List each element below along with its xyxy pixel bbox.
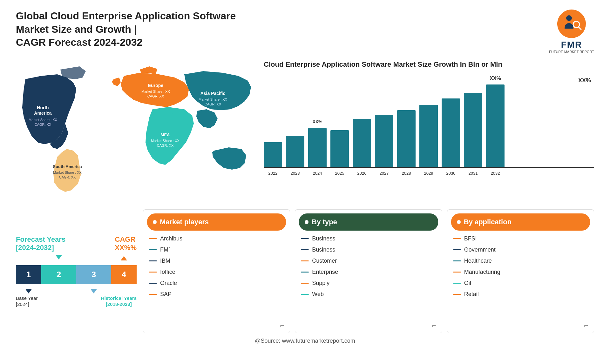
logo-fmr-text: FMR: [561, 40, 582, 50]
svg-text:CAGR: XX: CAGR: XX: [35, 123, 51, 126]
by-type-title: By type: [312, 218, 337, 226]
by-type-footer: ⌐: [295, 320, 442, 333]
list-item: Government: [453, 246, 588, 253]
svg-point-1: [566, 15, 572, 21]
step-2: 2: [41, 265, 76, 284]
svg-text:Europe: Europe: [148, 83, 163, 88]
by-application-items: BFSIGovernmentHealthcareManufacturingOil…: [447, 231, 594, 320]
map-section: North America Market Share : XX CAGR: XX…: [16, 60, 254, 203]
more-icon: ⌐: [280, 321, 284, 330]
by-application-dot: [457, 220, 461, 224]
bar-label-2029: 2029: [419, 171, 438, 176]
svg-text:Market Share : XX: Market Share : XX: [151, 139, 180, 143]
list-item: SAP: [149, 291, 284, 298]
bar-label-2030: 2030: [442, 171, 460, 176]
bar-2023: [286, 136, 304, 167]
svg-text:Asia Pacific: Asia Pacific: [200, 91, 226, 96]
svg-text:America: America: [34, 111, 51, 116]
list-item: BFSI: [453, 235, 588, 242]
by-application-header: By application: [451, 213, 590, 231]
svg-text:Market Share : XX: Market Share : XX: [29, 118, 58, 122]
by-type-items: BusinessBusinessCustomerEnterpriseSupply…: [295, 231, 442, 320]
svg-text:South America: South America: [53, 164, 82, 169]
bar-label-2025: 2025: [330, 171, 349, 176]
bar-2025: [330, 130, 349, 167]
years-labels: Base Year [2024] Historical Years [2018-…: [16, 295, 137, 307]
chart-section: Cloud Enterprise Application Software Ma…: [264, 60, 594, 203]
step-arrows-bottom: [16, 289, 137, 293]
by-type-header: By type: [299, 213, 438, 231]
forecast-years: [2024-2032]: [16, 244, 65, 252]
chart-xx-percent: XX%: [578, 77, 591, 84]
step-1: 1: [16, 265, 41, 284]
bar-label-2022: 2022: [264, 171, 282, 176]
bar-label-2028: 2028: [397, 171, 416, 176]
base-year-label: Base Year [2024]: [16, 295, 37, 307]
list-item: FM`: [149, 246, 284, 253]
years-panel: Forecast Years [2024-2032] CAGR XX%%: [16, 209, 137, 333]
svg-text:Market Share : XX: Market Share : XX: [199, 98, 227, 101]
list-item: Enterprise: [301, 269, 436, 275]
list-item: Manufacturing: [453, 269, 588, 275]
market-players-header: Market players: [147, 213, 286, 231]
bar-label-2027: 2027: [375, 171, 393, 176]
list-item: Archibus: [149, 235, 284, 242]
svg-text:CAGR: XX: CAGR: XX: [147, 94, 164, 98]
list-item: Ioffice: [149, 269, 284, 275]
list-item: Retail: [453, 291, 588, 298]
bar-2022: [264, 142, 282, 167]
page-header: Global Cloud Enterprise Application Soft…: [16, 10, 594, 54]
step-3: 3: [76, 265, 111, 284]
step-4: 4: [111, 265, 137, 284]
content-bottom: Forecast Years [2024-2032] CAGR XX%%: [16, 209, 594, 333]
content-top: North America Market Share : XX CAGR: XX…: [16, 60, 594, 203]
bar-2024: XX%: [308, 128, 327, 167]
info-panels: Market players ArchibusFM`IBMIofficeOrac…: [143, 209, 594, 333]
market-players-items: ArchibusFM`IBMIofficeOracleSAP: [143, 231, 290, 320]
svg-point-0: [559, 11, 584, 37]
historical-label: Historical Years [2018-2023]: [101, 295, 137, 307]
cagr-value: XX%%: [115, 244, 137, 252]
bar-2027: [375, 115, 393, 167]
svg-text:Market Share : XX: Market Share : XX: [53, 171, 82, 174]
forecast-label: Forecast Years: [16, 235, 65, 244]
step-arrows-top: [16, 255, 137, 260]
list-item: Healthcare: [453, 258, 588, 264]
bar-2026: [353, 119, 371, 167]
bar-2028: [397, 110, 416, 167]
svg-text:Market Share : XX: Market Share : XX: [141, 90, 170, 93]
steps-row: 1 2 3 4: [16, 265, 137, 284]
list-item: Business: [301, 235, 436, 242]
by-application-panel: By application BFSIGovernmentHealthcareM…: [447, 209, 594, 333]
list-item: Customer: [301, 258, 436, 264]
by-type-panel: By type BusinessBusinessCustomerEnterpri…: [295, 209, 442, 333]
list-item: Web: [301, 291, 436, 298]
market-players-dot: [153, 220, 157, 224]
logo-subtitle: FUTURE MARKET REPORT: [549, 50, 594, 54]
svg-text:CAGR: XX: CAGR: XX: [59, 175, 76, 179]
list-item: Oil: [453, 280, 588, 286]
svg-text:CAGR: XX: CAGR: XX: [205, 102, 221, 106]
list-item: Business: [301, 246, 436, 253]
svg-text:MEA: MEA: [161, 132, 170, 137]
bar-2029: [419, 105, 438, 167]
forecast-row: Forecast Years [2024-2032] CAGR XX%%: [16, 235, 137, 252]
market-players-title: Market players: [160, 218, 209, 226]
more-icon-app: ⌐: [584, 321, 588, 330]
by-application-title: By application: [464, 218, 512, 226]
bar-label-2032: 2032: [486, 171, 505, 176]
bar-label-2031: 2031: [464, 171, 482, 176]
bar-2032: XX%: [486, 84, 505, 167]
bar-label-2023: 2023: [286, 171, 304, 176]
list-item: Oracle: [149, 280, 284, 286]
bar-label-2024: 2024: [308, 171, 327, 176]
chart-area: XX% XX%XX% 20222023202420252026202720282…: [264, 76, 594, 184]
list-item: Supply: [301, 280, 436, 286]
cagr-label: CAGR: [115, 235, 137, 244]
source-bar: @Source: www.futuremarketreport.com: [16, 335, 594, 344]
by-type-dot: [305, 220, 308, 224]
chart-title: Cloud Enterprise Application Software Ma…: [264, 60, 594, 69]
bar-2031: [464, 93, 482, 167]
page-title: Global Cloud Enterprise Application Soft…: [16, 10, 238, 49]
market-players-footer: ⌐: [143, 320, 290, 333]
